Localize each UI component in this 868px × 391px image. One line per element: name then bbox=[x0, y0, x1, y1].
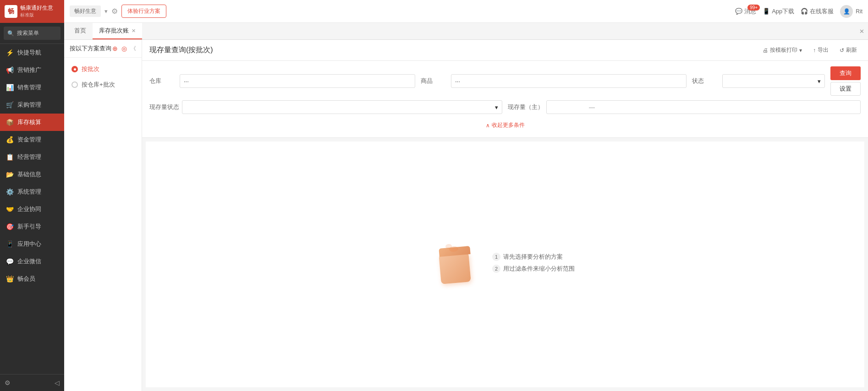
sidebar-item-enterprise[interactable]: 🤝 企业协同 bbox=[0, 201, 64, 218]
tip-item-2: 2 用过滤条件来缩小分析范围 bbox=[492, 265, 575, 273]
print-template-button[interactable]: 🖨 按模板打印 ▾ bbox=[759, 44, 806, 56]
print-icon: 🖨 bbox=[763, 47, 768, 54]
sidebar-item-operations[interactable]: 📋 经营管理 bbox=[0, 148, 64, 166]
product-dots: ··· bbox=[455, 78, 460, 85]
filter-item-batch-label: 按批次 bbox=[82, 65, 99, 73]
filter-row-1: 仓库 ··· 商品 ··· 状态 bbox=[149, 66, 861, 96]
page-title-bar: 现存量查询(按批次) 🖨 按模板打印 ▾ ↑ 导出 ↺ 刷新 bbox=[142, 40, 868, 61]
product-label: 商品 bbox=[421, 77, 448, 85]
avatar: 👤 bbox=[840, 5, 853, 18]
product-input[interactable]: ··· bbox=[451, 74, 687, 88]
topbar: 畅好生意 ▾ ⚙ 体验行业方案 💬 消息 99+ 📱 App下载 🎧 在线客服 … bbox=[64, 0, 868, 23]
tip-text-1: 请先选择要分析的方案 bbox=[503, 253, 563, 261]
sidebar-item-finance[interactable]: 💰 资金管理 bbox=[0, 131, 64, 148]
sidebar-item-label: 系统管理 bbox=[17, 188, 41, 196]
sidebar-item-label: 企业协同 bbox=[17, 205, 41, 213]
message-icon: 💬 bbox=[735, 8, 742, 15]
online-service-label: 在线客服 bbox=[810, 7, 834, 16]
chevron-up-icon: ∧ bbox=[486, 122, 490, 129]
tip-num-2: 2 bbox=[492, 265, 500, 273]
inventory-status-label: 现存量状态 bbox=[149, 103, 179, 111]
sidebar-item-appcenter[interactable]: 📱 应用中心 bbox=[0, 235, 64, 253]
app-version: 标准版 bbox=[20, 12, 53, 18]
search-icon: 🔍 bbox=[7, 30, 14, 37]
topbar-right: 💬 消息 99+ 📱 App下载 🎧 在线客服 👤 Rit bbox=[735, 5, 863, 18]
sidebar-item-wechat[interactable]: 💬 企业微信 bbox=[0, 253, 64, 270]
qty-max-input[interactable] bbox=[597, 104, 633, 111]
export-label: 导出 bbox=[818, 46, 829, 54]
messages-button[interactable]: 💬 消息 99+ bbox=[735, 7, 756, 16]
sidebar-search-area: 🔍 搜索菜单 bbox=[0, 23, 64, 44]
content-area: 按以下方案查询 ⊕ ◎ 《 按批次 按仓库+批次 bbox=[64, 40, 868, 391]
search-menu-button[interactable]: 🔍 搜索菜单 bbox=[4, 27, 60, 40]
collapse-label: 收起更多条件 bbox=[492, 121, 525, 129]
search-menu-label: 搜索菜单 bbox=[17, 29, 39, 37]
status-label: 状态 bbox=[692, 77, 720, 85]
phone-icon: 📱 bbox=[763, 8, 770, 15]
sidebar-item-shortcut[interactable]: ⚡ 快捷导航 bbox=[0, 44, 64, 61]
filter-panel-header: 按以下方案查询 ⊕ ◎ 《 bbox=[64, 40, 142, 58]
sidebar-item-newguide[interactable]: 🎯 新手引导 bbox=[0, 218, 64, 235]
collapse-more-button[interactable]: ∧ 收起更多条件 bbox=[149, 119, 861, 132]
sidebar-item-member[interactable]: 👑 畅会员 bbox=[0, 270, 64, 288]
query-button[interactable]: 查询 bbox=[830, 66, 861, 80]
column-settings-button[interactable]: 设置 bbox=[830, 82, 861, 96]
basic-icon: 📂 bbox=[5, 170, 14, 179]
marketing-icon: 📢 bbox=[5, 66, 14, 74]
topbar-dropdown-button[interactable]: ▾ bbox=[104, 8, 108, 15]
export-icon: ↑ bbox=[813, 47, 816, 54]
sidebar-item-marketing[interactable]: 📢 营销推广 bbox=[0, 61, 64, 79]
refresh-button[interactable]: ↺ 刷新 bbox=[836, 44, 861, 56]
radio-batch bbox=[71, 66, 78, 72]
experience-button[interactable]: 体验行业方案 bbox=[121, 5, 166, 18]
query-buttons: 查询 设置 bbox=[830, 66, 861, 96]
refresh-label: 刷新 bbox=[846, 46, 857, 54]
shortcut-icon: ⚡ bbox=[5, 49, 14, 57]
sales-icon: 📊 bbox=[5, 83, 14, 92]
sidebar-settings-button[interactable]: ⚙ bbox=[5, 379, 11, 386]
add-filter-button[interactable]: ⊕ bbox=[112, 45, 118, 53]
warehouse-input[interactable]: ··· bbox=[180, 74, 415, 88]
sidebar-item-label: 资金管理 bbox=[17, 136, 41, 144]
sidebar-item-purchase[interactable]: 🛒 采购管理 bbox=[0, 96, 64, 114]
sidebar-item-label: 销售管理 bbox=[17, 83, 41, 92]
app-download-label: App下载 bbox=[772, 7, 794, 16]
filter-item-batch[interactable]: 按批次 bbox=[64, 61, 142, 77]
collapse-icon: ◁ bbox=[55, 379, 60, 386]
sidebar-item-system[interactable]: ⚙️ 系统管理 bbox=[0, 183, 64, 201]
topbar-settings-button[interactable]: ⚙ bbox=[111, 7, 118, 16]
sidebar-item-basic[interactable]: 📂 基础信息 bbox=[0, 166, 64, 183]
sidebar-collapse-button[interactable]: ◁ bbox=[55, 379, 60, 386]
main-area: 畅好生意 ▾ ⚙ 体验行业方案 💬 消息 99+ 📱 App下载 🎧 在线客服 … bbox=[64, 0, 868, 391]
inventory-qty-label: 现存量（主） bbox=[508, 103, 544, 111]
system-icon: ⚙️ bbox=[5, 188, 14, 196]
sidebar-item-label: 基础信息 bbox=[17, 170, 41, 179]
page-actions: 🖨 按模板打印 ▾ ↑ 导出 ↺ 刷新 bbox=[759, 44, 861, 56]
headset-icon: 🎧 bbox=[801, 8, 808, 15]
sidebar-item-label: 快捷导航 bbox=[17, 49, 41, 57]
inventory-status-field: 现存量状态 ▾ bbox=[149, 100, 502, 114]
sidebar-footer: ⚙ ◁ bbox=[0, 374, 64, 391]
sidebar-item-label: 库存核算 bbox=[17, 118, 41, 126]
status-select[interactable]: ▾ bbox=[722, 74, 825, 88]
tab-close-panel-button[interactable]: ✕ bbox=[859, 28, 864, 35]
sidebar-item-sales[interactable]: 📊 销售管理 bbox=[0, 79, 64, 96]
app-download-button[interactable]: 📱 App下载 bbox=[763, 7, 794, 16]
filter-item-warehouse-batch[interactable]: 按仓库+批次 bbox=[64, 77, 142, 92]
finance-icon: 💰 bbox=[5, 136, 14, 144]
filter-settings-button[interactable]: ◎ bbox=[121, 45, 127, 53]
inventory-status-select[interactable]: ▾ bbox=[182, 100, 502, 114]
box-body bbox=[439, 252, 471, 284]
appcenter-icon: 📱 bbox=[5, 240, 14, 248]
tab-home[interactable]: 首页 bbox=[68, 23, 93, 39]
qty-min-input[interactable] bbox=[550, 104, 587, 111]
warehouse-dots: ··· bbox=[184, 78, 189, 85]
export-button[interactable]: ↑ 导出 bbox=[809, 44, 832, 56]
tab-inventory-batch[interactable]: 库存批次账 ✕ bbox=[93, 23, 142, 39]
tab-close-button[interactable]: ✕ bbox=[132, 28, 136, 34]
filter-collapse-button[interactable]: 《 bbox=[131, 45, 136, 53]
radio-warehouse-batch bbox=[71, 81, 78, 88]
page-title: 现存量查询(按批次) bbox=[149, 45, 213, 55]
online-service-button[interactable]: 🎧 在线客服 bbox=[801, 7, 834, 16]
sidebar-item-inventory[interactable]: 📦 库存核算 bbox=[0, 114, 64, 131]
